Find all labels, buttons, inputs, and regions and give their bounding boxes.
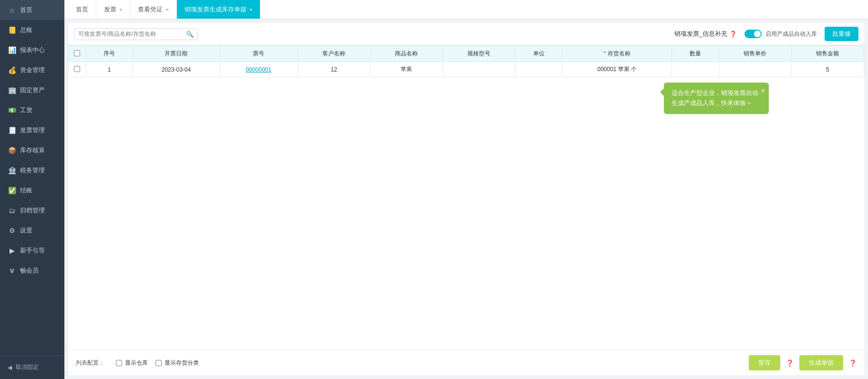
sidebar-item-inventory[interactable]: 📦 库存核算 xyxy=(0,140,64,160)
toggle-label: 启用产成品自动入库 xyxy=(765,30,817,38)
save-button[interactable]: 暂存 xyxy=(749,355,780,370)
th-date: 开票日期 xyxy=(133,46,220,62)
ticket-no-link[interactable]: 00000001 xyxy=(246,66,271,73)
info-label-text: 销项发票_信息补充 xyxy=(674,30,727,38)
row-amount: 5 xyxy=(791,62,864,77)
reports-icon: 📊 xyxy=(8,46,16,54)
tab-invoice[interactable]: 发票 × xyxy=(96,0,130,19)
tab-view-voucher-close[interactable]: × xyxy=(165,7,168,12)
sidebar-item-home[interactable]: ⌂ 首页 xyxy=(0,0,64,20)
home-icon: ⌂ xyxy=(8,6,16,14)
tax-icon: 🏦 xyxy=(8,167,16,174)
show-warehouse-label: 显示仓库 xyxy=(125,359,148,367)
tooltip-text: 适合生产型企业，销项发票自动生成产成品入库，快来体验～ xyxy=(672,89,758,106)
guide-icon: ▶ xyxy=(8,247,16,254)
list-config-label: 列表配置： xyxy=(76,359,104,367)
main-area: 首页 发票 × 查看凭证 × 销项发票生成库存单据 × 🔍 销项发票_信息补充 xyxy=(64,0,868,379)
row-quantity xyxy=(672,62,719,77)
sidebar-item-reports[interactable]: 📊 报表中心 xyxy=(0,40,64,60)
settings-icon: ⚙ xyxy=(8,227,16,234)
th-customer: 客户名称 xyxy=(298,46,370,62)
row-seq: 1 xyxy=(86,62,133,77)
row-checkbox[interactable] xyxy=(74,66,80,72)
search-icon: 🔍 xyxy=(186,31,194,38)
show-warehouse-checkbox[interactable] xyxy=(116,360,122,366)
tab-home-label: 首页 xyxy=(76,5,88,14)
sidebar-item-assets[interactable]: 🏢 固定资产 xyxy=(0,80,64,100)
row-unit xyxy=(515,62,562,77)
sidebar-item-label: 报表中心 xyxy=(20,46,45,54)
tab-cancel-invoice-stock[interactable]: 销项发票生成库存单据 × xyxy=(177,0,260,19)
info-label: 销项发票_信息补充 ❓ xyxy=(674,30,737,38)
vip-icon: V xyxy=(8,267,16,274)
th-model: 规格型号 xyxy=(443,46,515,62)
settlement-icon: ✅ xyxy=(8,187,16,194)
funds-icon: 💰 xyxy=(8,66,16,74)
unpin-icon: ◀ xyxy=(8,364,12,371)
save-help-icon[interactable]: ❓ xyxy=(786,359,794,367)
search-input[interactable] xyxy=(78,31,186,37)
sidebar-item-label: 固定资产 xyxy=(20,86,45,95)
auto-warehouse-toggle[interactable] xyxy=(744,30,762,38)
row-model xyxy=(443,62,515,77)
th-quantity: 数量 xyxy=(672,46,719,62)
sidebar-item-label: 新手引导 xyxy=(20,246,45,255)
row-date: 2023-03-04 xyxy=(133,62,220,77)
toolbar: 🔍 销项发票_信息补充 ❓ 启用产成品自动入库 批量修 xyxy=(68,23,864,45)
sidebar-item-payroll[interactable]: 💵 工资 xyxy=(0,100,64,120)
sidebar-item-invoices[interactable]: 🧾 发票管理 xyxy=(0,120,64,140)
sidebar-item-label: 归档管理 xyxy=(20,206,45,215)
tab-cancel-invoice-stock-label: 销项发票生成库存单据 xyxy=(185,5,247,14)
row-unit-price xyxy=(719,62,791,77)
sidebar-item-guide[interactable]: ▶ 新手引导 xyxy=(0,241,64,261)
th-checkbox xyxy=(69,46,86,62)
sidebar-item-label: 库存核算 xyxy=(20,146,45,155)
th-seq: 序号 xyxy=(86,46,133,62)
row-customer: 12 xyxy=(298,62,370,77)
sidebar-item-tax[interactable]: 🏦 税务管理 xyxy=(0,160,64,180)
sidebar-item-label: 畅会员 xyxy=(20,266,39,275)
sidebar-item-label: 税务管理 xyxy=(20,166,45,175)
sidebar-item-label: 结账 xyxy=(20,186,32,195)
row-checkbox-cell xyxy=(69,62,86,77)
toolbar-right: 销项发票_信息补充 ❓ 启用产成品自动入库 批量修 xyxy=(674,27,858,41)
select-all-checkbox[interactable] xyxy=(74,50,80,56)
show-category-checkbox[interactable] xyxy=(155,360,162,366)
tooltip-container: × 适合生产型企业，销项发票自动生成产成品入库，快来体验～ xyxy=(664,83,769,114)
ledger-icon: 📒 xyxy=(8,26,16,34)
tab-view-voucher[interactable]: 查看凭证 × xyxy=(130,0,176,19)
unpin-button[interactable]: ◀ 取消固定 xyxy=(0,359,64,375)
th-unit: 单位 xyxy=(515,46,562,62)
tab-invoice-label: 发票 xyxy=(104,5,116,14)
toggle-knob xyxy=(754,31,761,37)
tab-bar: 首页 发票 × 查看凭证 × 销项发票生成库存单据 × xyxy=(64,0,868,19)
sidebar-item-settlement[interactable]: ✅ 结账 xyxy=(0,180,64,200)
sidebar-item-ledger[interactable]: 📒 总账 xyxy=(0,20,64,40)
main-table: 序号 开票日期 票号 客户名称 商品名称 规格型号 单位 存货名称 数量 销售单… xyxy=(68,45,864,77)
generate-help-icon[interactable]: ❓ xyxy=(849,359,857,367)
sidebar-item-vip[interactable]: V 畅会员 xyxy=(0,261,64,281)
tab-invoice-close[interactable]: × xyxy=(119,7,122,12)
batch-button[interactable]: 批量修 xyxy=(825,27,858,41)
inventory-icon: 📦 xyxy=(8,147,16,154)
tab-cancel-invoice-stock-close[interactable]: × xyxy=(249,7,252,12)
th-unit-price: 销售单价 xyxy=(719,46,791,62)
tab-home[interactable]: 首页 xyxy=(68,0,96,19)
th-amount: 销售金额 xyxy=(791,46,864,62)
th-inventory: 存货名称 xyxy=(563,46,672,62)
sidebar-item-settings[interactable]: ⚙ 设置 xyxy=(0,221,64,241)
table-row: 1 2023-03-04 00000001 12 苹果 000001 苹果 个 … xyxy=(69,62,864,77)
show-category-label: 显示存货分类 xyxy=(165,359,199,367)
sidebar-item-archive[interactable]: 🗂 归档管理 xyxy=(0,200,64,221)
search-box[interactable]: 🔍 xyxy=(74,28,198,40)
payroll-icon: 💵 xyxy=(8,106,16,114)
sidebar-item-label: 工资 xyxy=(20,106,32,115)
th-ticket-no: 票号 xyxy=(219,46,298,62)
info-help-icon[interactable]: ❓ xyxy=(729,31,737,38)
th-product: 商品名称 xyxy=(370,46,443,62)
sidebar-item-funds[interactable]: 💰 资金管理 xyxy=(0,60,64,80)
generate-button[interactable]: 生成单据 xyxy=(799,355,843,370)
row-inventory: 000001 苹果 个 xyxy=(563,62,672,77)
sidebar: ⌂ 首页 📒 总账 📊 报表中心 💰 资金管理 🏢 固定资产 💵 工资 🧾 发票… xyxy=(0,0,64,379)
tooltip-close-button[interactable]: × xyxy=(761,85,765,96)
